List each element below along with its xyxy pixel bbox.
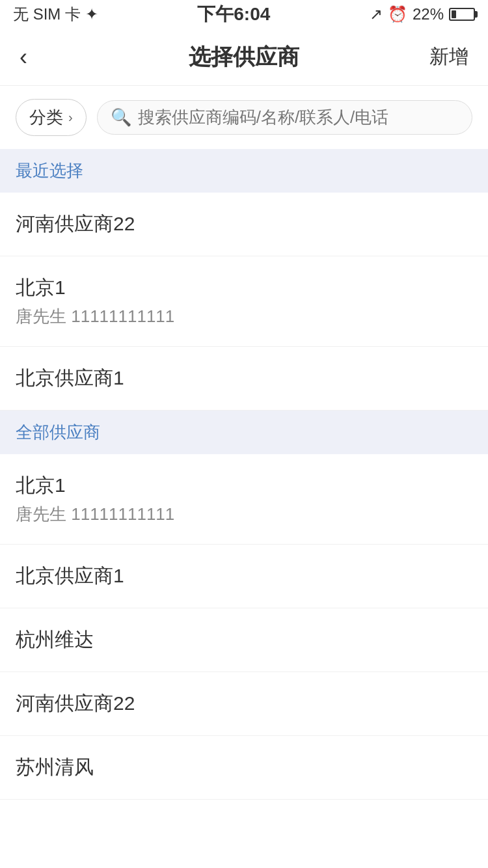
list-item[interactable]: 河南供应商22: [0, 672, 488, 736]
alarm-icon: ⏰: [388, 5, 407, 23]
item-name: 北京供应商1: [16, 563, 472, 590]
recent-section-header: 最近选择: [0, 149, 488, 193]
item-name: 河南供应商22: [16, 690, 472, 717]
item-name: 北京1: [16, 472, 472, 499]
filter-bar: 分类 › 🔍: [0, 86, 488, 149]
item-sub: 唐先生 11111111111: [16, 503, 472, 526]
status-right: ↗ ⏰ 22%: [370, 5, 475, 23]
all-list: 北京1唐先生 11111111111北京供应商1杭州维达河南供应商22苏州清风: [0, 454, 488, 800]
item-name: 杭州维达: [16, 627, 472, 653]
page-title: 选择供应商: [189, 42, 299, 72]
all-section-label: 全部供应商: [16, 422, 100, 442]
battery-percentage: 22%: [413, 5, 444, 23]
recent-list: 河南供应商22北京1唐先生 11111111111北京供应商1: [0, 193, 488, 411]
battery-icon: [449, 8, 475, 21]
chevron-right-icon: ›: [68, 110, 73, 125]
search-icon: 🔍: [111, 107, 131, 128]
list-item[interactable]: 北京供应商1: [0, 545, 488, 608]
nav-bar: ‹ 选择供应商 新增: [0, 29, 488, 86]
sim-status: 无 SIM 卡 ✦: [13, 4, 98, 25]
item-name: 北京1: [16, 275, 472, 301]
status-time: 下午6:04: [197, 2, 270, 27]
item-name: 北京供应商1: [16, 365, 472, 392]
search-input[interactable]: [138, 107, 459, 128]
status-bar: 无 SIM 卡 ✦ 下午6:04 ↗ ⏰ 22%: [0, 0, 488, 29]
list-item[interactable]: 杭州维达: [0, 608, 488, 672]
item-name: 河南供应商22: [16, 211, 472, 237]
all-section-header: 全部供应商: [0, 411, 488, 454]
list-item[interactable]: 北京1唐先生 11111111111: [0, 256, 488, 347]
list-item[interactable]: 北京供应商1: [0, 347, 488, 411]
list-item[interactable]: 河南供应商22: [0, 193, 488, 256]
recent-section-label: 最近选择: [16, 161, 83, 180]
list-item[interactable]: 苏州清风: [0, 736, 488, 800]
status-left: 无 SIM 卡 ✦: [13, 4, 98, 25]
category-label: 分类: [29, 106, 63, 129]
item-sub: 唐先生 11111111111: [16, 305, 472, 328]
location-icon: ↗: [370, 5, 383, 23]
search-box[interactable]: 🔍: [97, 100, 472, 135]
item-name: 苏州清风: [16, 754, 472, 781]
back-button[interactable]: ‹: [20, 44, 59, 71]
list-item[interactable]: 北京1唐先生 11111111111: [0, 454, 488, 545]
category-button[interactable]: 分类 ›: [16, 99, 87, 136]
add-button[interactable]: 新增: [429, 44, 468, 70]
